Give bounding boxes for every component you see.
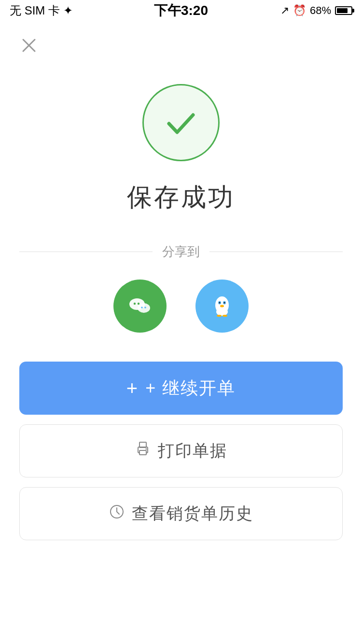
svg-point-3 bbox=[138, 303, 150, 313]
action-buttons: + + 继续开单 打印单据 查看销货单历史 bbox=[19, 362, 343, 540]
plus-icon: + bbox=[126, 378, 139, 399]
svg-point-16 bbox=[217, 315, 222, 317]
svg-point-11 bbox=[219, 302, 221, 304]
continue-button[interactable]: + + 继续开单 bbox=[19, 362, 343, 415]
wechat-share-button[interactable] bbox=[113, 280, 167, 333]
svg-point-7 bbox=[144, 307, 146, 308]
success-icon bbox=[142, 84, 220, 161]
battery-icon bbox=[335, 6, 352, 15]
main-content: 保存成功 分享到 bbox=[0, 70, 362, 644]
svg-point-4 bbox=[134, 303, 136, 305]
print-icon bbox=[135, 441, 151, 461]
alarm-icon: ⏰ bbox=[293, 4, 306, 17]
battery-percent: 68% bbox=[310, 4, 331, 17]
svg-point-15 bbox=[216, 308, 228, 316]
history-icon bbox=[109, 504, 125, 524]
history-button[interactable]: 查看销货单历史 bbox=[19, 487, 343, 540]
status-time: 下午3:20 bbox=[154, 1, 208, 20]
sim-status: 无 SIM 卡 ✦ bbox=[10, 3, 73, 18]
share-divider: 分享到 bbox=[19, 243, 343, 260]
status-right: ↗ ⏰ 68% bbox=[280, 4, 352, 17]
svg-point-14 bbox=[220, 305, 224, 308]
print-button[interactable]: 打印单据 bbox=[19, 424, 343, 477]
share-label: 分享到 bbox=[162, 243, 200, 260]
svg-point-13 bbox=[224, 302, 225, 304]
svg-rect-20 bbox=[139, 450, 146, 455]
close-button[interactable] bbox=[14, 31, 43, 60]
continue-label: + 继续开单 bbox=[145, 377, 236, 400]
svg-point-5 bbox=[138, 303, 139, 305]
print-label: 打印单据 bbox=[158, 440, 227, 462]
share-icons bbox=[113, 280, 249, 333]
status-left: 无 SIM 卡 ✦ bbox=[10, 3, 73, 18]
history-label: 查看销货单历史 bbox=[132, 503, 253, 525]
success-title: 保存成功 bbox=[127, 181, 235, 214]
svg-point-21 bbox=[146, 448, 147, 450]
location-icon: ↗ bbox=[280, 4, 289, 17]
svg-point-6 bbox=[141, 307, 143, 308]
qq-share-button[interactable] bbox=[195, 280, 249, 333]
status-bar: 无 SIM 卡 ✦ 下午3:20 ↗ ⏰ 68% bbox=[0, 0, 362, 21]
svg-point-17 bbox=[223, 315, 227, 317]
